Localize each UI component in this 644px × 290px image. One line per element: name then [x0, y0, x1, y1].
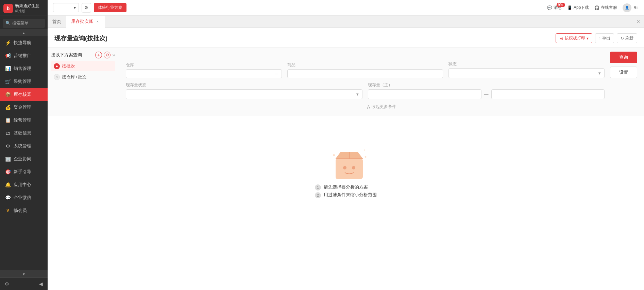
- empty-instructions: 1 请先选择要分析的方案 2 用过滤条件来缩小分析范围: [315, 184, 377, 200]
- sidebar-item-label: 快捷导航: [14, 40, 31, 46]
- product-field: 商品 ···: [287, 62, 443, 78]
- export-button[interactable]: ↑ 导出: [595, 33, 614, 43]
- sidebar-item-marketing[interactable]: 📢 营销推广: [0, 49, 48, 62]
- sidebar-scroll-up[interactable]: ▲: [0, 29, 48, 36]
- filter-option-label: 按批次: [62, 63, 75, 69]
- settings-outline-button[interactable]: 设置: [610, 67, 637, 78]
- refresh-button[interactable]: ↻ 刷新: [617, 33, 637, 43]
- stock-status-label: 现存量状态: [126, 82, 362, 88]
- tab-inventory-batch[interactable]: 库存批次账 ×: [66, 16, 105, 28]
- export-label: 导出: [602, 35, 610, 41]
- tab-close-icon[interactable]: ×: [95, 19, 100, 24]
- member-icon: V: [5, 207, 11, 214]
- page-header: 现存量查询(按批次) 🖨 按模板打印 ▾ ↑ 导出 ↻ 刷新: [48, 28, 644, 48]
- query-button[interactable]: 查询: [610, 52, 637, 63]
- product-input[interactable]: ···: [287, 69, 443, 78]
- collapse-conditions-button[interactable]: ⋀ 收起更多条件: [365, 102, 398, 112]
- warehouse-input[interactable]: ···: [126, 69, 282, 78]
- online-support-button[interactable]: 🎧 在线客服: [594, 5, 617, 11]
- online-support-label: 在线客服: [601, 5, 617, 11]
- product-more-icon: ···: [436, 72, 439, 76]
- warehouse-field: 仓库 ···: [126, 62, 282, 78]
- system-icon: ⚙: [5, 143, 11, 149]
- sidebar-item-label: 应用中心: [14, 182, 31, 188]
- sidebar-menu: ⚡ 快捷导航 📢 营销推广 📊 销售管理 🛒 采购管理 📦 库存核算 💰 资金管…: [0, 36, 48, 270]
- sidebar-item-label: 企业协同: [14, 156, 31, 162]
- refresh-label: 刷新: [625, 35, 633, 41]
- topbar-settings-button[interactable]: ⚙: [82, 3, 91, 13]
- sidebar-item-quick-nav[interactable]: ⚡ 快捷导航: [0, 36, 48, 49]
- sidebar-item-label: 基础信息: [14, 130, 31, 136]
- user-area[interactable]: 👤 Rit: [623, 3, 639, 12]
- filter-row-1: 仓库 ··· 商品 ···: [126, 52, 637, 78]
- main-area: ▾ ⚙ 体验行业方案 💬 消息 99+ 📱 App下载 🎧 在线客服 👤 Rit: [48, 0, 644, 290]
- sidebar-item-finance[interactable]: 💰 资金管理: [0, 101, 48, 114]
- messages-button[interactable]: 💬 消息 99+: [547, 5, 562, 11]
- empty-svg: [329, 143, 370, 181]
- stock-status-select[interactable]: ▾: [126, 89, 362, 99]
- stock-qty-min-input[interactable]: [368, 89, 481, 99]
- print-button[interactable]: 🖨 按模板打印 ▾: [556, 33, 592, 43]
- filter-row-2: 现存量状态 ▾ 现存量（主） —: [126, 82, 637, 99]
- sidebar-item-purchase[interactable]: 🛒 采购管理: [0, 75, 48, 88]
- topbar-scheme-dropdown[interactable]: ▾: [53, 3, 79, 12]
- step-num-2: 2: [315, 192, 321, 198]
- app-download-button[interactable]: 📱 App下载: [567, 5, 589, 11]
- search-label: 搜索菜单: [12, 20, 29, 26]
- print-dropdown-icon: ▾: [587, 36, 589, 41]
- action-buttons: 查询 设置: [610, 52, 637, 78]
- avatar: 👤: [623, 3, 631, 12]
- filter-settings-icon[interactable]: ⚙: [104, 52, 111, 58]
- step-2-text: 用过滤条件来缩小分析范围: [324, 192, 377, 198]
- username: Rit: [633, 5, 639, 10]
- status-select[interactable]: ▾: [448, 68, 605, 78]
- sidebar-item-enterprise[interactable]: 🏢 企业协同: [0, 152, 48, 165]
- filter-option-by-batch[interactable]: ● 按批次: [51, 61, 115, 71]
- wechat-icon: 💬: [5, 195, 11, 201]
- chevron-down-icon: ▾: [598, 71, 601, 76]
- settings-icon[interactable]: ⚙: [5, 281, 9, 287]
- filter-add-button[interactable]: +: [95, 52, 102, 58]
- sidebar-footer: ⚙ ◀: [0, 277, 48, 290]
- finance-icon: 💰: [5, 104, 11, 110]
- newbie-icon: 🎯: [5, 169, 11, 175]
- sidebar-scroll-down[interactable]: ▼: [0, 270, 48, 277]
- dropdown-text: [56, 5, 72, 11]
- sidebar-item-wechat[interactable]: 💬 企业微信: [0, 191, 48, 204]
- sidebar-item-member[interactable]: V 畅会员: [0, 204, 48, 217]
- page-content: 现存量查询(按批次) 🖨 按模板打印 ▾ ↑ 导出 ↻ 刷新: [48, 28, 644, 290]
- filter-section-title: 按以下方案查询: [51, 52, 82, 58]
- filter-collapse-icon[interactable]: »: [112, 52, 115, 58]
- collapse-up-icon: ⋀: [367, 105, 370, 109]
- brand-info: 畅康通好生意 标准版: [15, 3, 39, 14]
- basic-icon: 🗂: [5, 130, 11, 136]
- collapse-sidebar-icon[interactable]: ◀: [39, 281, 43, 287]
- brand: b 畅康通好生意 标准版: [3, 3, 44, 14]
- sidebar-item-operation[interactable]: 📋 经营管理: [0, 114, 48, 127]
- close-panel-button[interactable]: ×: [633, 19, 644, 25]
- sidebar-item-basic[interactable]: 🗂 基础信息: [0, 127, 48, 140]
- step-1-text: 请先选择要分析的方案: [324, 184, 368, 190]
- sidebar-item-inventory[interactable]: 📦 库存核算: [0, 88, 48, 101]
- inventory-icon: 📦: [5, 91, 11, 97]
- svg-point-3: [343, 166, 346, 169]
- headset-icon: 🎧: [594, 5, 599, 10]
- stock-qty-max-input[interactable]: [491, 89, 605, 99]
- sidebar-item-newbie[interactable]: 🎯 新手引导: [0, 165, 48, 178]
- filter-option-by-warehouse-batch[interactable]: ○ 按仓库+批次: [51, 72, 115, 82]
- sidebar-item-label: 销售管理: [14, 66, 31, 72]
- by-batch-icon: ●: [54, 63, 60, 69]
- industry-button[interactable]: 体验行业方案: [94, 3, 126, 12]
- sidebar-item-appstore[interactable]: 🔔 应用中心: [0, 178, 48, 191]
- sidebar-item-label: 资金管理: [14, 104, 31, 110]
- sidebar-item-system[interactable]: ⚙ 系统管理: [0, 140, 48, 152]
- sidebar-item-sales[interactable]: 📊 销售管理: [0, 62, 48, 75]
- topbar: ▾ ⚙ 体验行业方案 💬 消息 99+ 📱 App下载 🎧 在线客服 👤 Rit: [48, 0, 644, 16]
- brand-version: 标准版: [15, 9, 39, 14]
- tab-home[interactable]: 首页: [48, 16, 66, 28]
- filter-left-panel: 按以下方案查询 + ⚙ » ● 按批次 ○ 按仓库+批次: [48, 48, 119, 116]
- search-menu[interactable]: 🔍 搜索菜单: [3, 19, 45, 28]
- message-icon: 💬: [547, 5, 552, 10]
- sidebar-item-label: 系统管理: [14, 143, 31, 149]
- sidebar-item-label: 企业微信: [14, 195, 31, 201]
